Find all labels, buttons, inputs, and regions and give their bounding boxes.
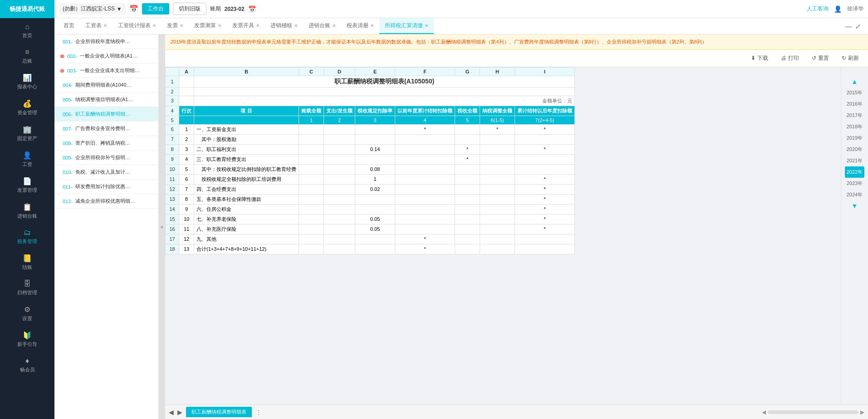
tab-invoice-calc-close[interactable]: ✕ [218,23,221,28]
r14-c5 [455,204,480,214]
sidebar-item-purchase-sale[interactable]: 📋 进销台账 [0,198,54,224]
tab-income-tax-close[interactable]: ✕ [425,23,428,28]
tab-salary-report-label: 工资统计报表 [118,22,151,29]
form-list-item-003[interactable]: ⊗ 003-一般企业业成本支出明细… [54,63,158,78]
support-link[interactable]: 人工客询 [807,5,829,13]
form-code-005: 005- [63,97,73,102]
form-list-item-012[interactable]: 012-减免企业所得税优惠明细… [54,194,158,209]
sidebar-label-member: 畅会员 [20,366,35,373]
form-list-item-002[interactable]: ⊗ 002-一般企业收入明细表(A1… [54,49,158,63]
tab-invoice-issue[interactable]: 发票开具 ✕ [227,18,265,34]
sidebar-item-report[interactable]: 📊 报表中心 [0,69,54,95]
tab-salary-report[interactable]: 工资统计报表 ✕ [113,18,162,34]
tab-income-tax[interactable]: 所得税汇算清缴 ✕ [379,18,434,34]
form-list-item-005[interactable]: 005-纳税调整项目明细表(A1… [54,93,158,107]
sidebar-item-invoice[interactable]: 📄 发票管理 [0,172,54,198]
form-list-item-010[interactable]: 010-免税、减计收入及加计… [54,165,158,180]
year-up-button[interactable]: ▲ [850,76,860,87]
download-button[interactable]: ⬇ 下载 [747,53,772,64]
r12-c3: 0.02 [355,184,395,194]
year-2022[interactable]: 2022年 [845,166,864,178]
r18-c7 [515,244,575,254]
sidebar-item-ledger[interactable]: ≡ 总账 [0,44,54,69]
sidebar-item-member[interactable]: ♦ 畅会员 [0,352,54,378]
calendar-icon[interactable]: 📅 [129,5,138,13]
r13-c3 [355,194,395,204]
window-minimize-icon[interactable]: — [845,23,852,30]
switch-version-button[interactable]: 切到旧版 [173,3,206,15]
company-selector[interactable]: (勿删）江西皖宝-LSS ▼ [59,3,126,15]
year-2021[interactable]: 2021年 [845,155,864,166]
scroll-right-icon[interactable]: ▶ [177,409,182,416]
form-list-item-001[interactable]: 001-企业所得税年度纳税申… [54,34,158,49]
sheet-container: A B C D E F G H I [165,67,868,405]
tab-purchase-ledger-close[interactable]: ✕ [332,23,336,28]
report-icon: 📊 [23,73,32,82]
horizontal-scrollbar[interactable] [768,410,858,414]
more-sheets-icon[interactable]: ⋮ [255,409,262,416]
tab-invoice-calc[interactable]: 发票测算 ✕ [189,18,227,34]
sidebar-item-home[interactable]: ⌂ 首页 [0,18,54,44]
sidebar-item-salary[interactable]: 👤 工资 [0,146,54,172]
year-2015[interactable]: 2015年 [845,87,864,98]
tab-purchase-ledger[interactable]: 进销台账 ✕ [303,18,341,34]
form-list-item-006[interactable]: 006-职工薪酬纳税调整明细… [54,107,158,122]
bottom-sheet-tab[interactable]: 职工薪酬纳税调整明细表 [186,407,252,417]
year-2023[interactable]: 2023年 [845,178,864,189]
refresh-button[interactable]: ↻ 刷新 [838,53,863,64]
tab-purchase-check-close[interactable]: ✕ [294,23,298,28]
tab-salary-report-close[interactable]: ✕ [152,23,156,28]
table-row: 10 5 其中：按税收规定比例扣除的职工教育经费 0.08 [166,164,575,174]
year-2019[interactable]: 2019年 [845,132,864,144]
sidebar-item-assets[interactable]: 🏢 固定资产 [0,121,54,146]
tab-invoice-issue-close[interactable]: ✕ [256,23,260,28]
year-2016[interactable]: 2016年 [845,98,864,110]
period-calendar-icon[interactable]: 📅 [248,5,256,13]
tab-tax-list[interactable]: 税表清册 ✕ [341,18,379,34]
tab-home[interactable]: 首页 [58,18,80,34]
workbench-button[interactable]: 工作台 [142,3,169,15]
window-maximize-icon[interactable]: ⤢ [855,23,861,30]
form-list-item-008[interactable]: 008-资产折旧、摊销及纳税… [54,136,158,151]
year-2018[interactable]: 2018年 [845,121,864,132]
r13-c4 [395,194,455,204]
topbar-right: 人工客询 👤 徐泽华 [807,5,863,13]
user-label: 徐泽华 [847,5,863,13]
sidebar-item-tax[interactable]: 🗂 税务管理 [0,224,54,249]
sidebar-label-ledger: 总账 [22,58,32,64]
form-code-008: 008- [63,141,73,146]
salary-icon: 👤 [23,151,32,160]
scroll-left-icon[interactable]: ◀ [169,409,174,416]
print-button[interactable]: 🖨 打印 [777,53,803,64]
scroll-bar-left[interactable]: ◀ [762,409,766,415]
form-list-item-009[interactable]: 009-企业所得税弥补亏损明… [54,151,158,165]
form-list-item-011[interactable]: 011-研发费用加计扣除优惠… [54,180,158,194]
sidebar-label-settings: 设置 [22,315,32,322]
scroll-bar-right[interactable]: ▶ [860,409,864,415]
sidebar-item-close[interactable]: 📒 结账 [0,249,54,275]
year-down-button[interactable]: ▼ [850,200,860,211]
tab-invoice[interactable]: 发票 ✕ [162,18,189,34]
sidebar-item-archive[interactable]: 🗄 归档管理 [0,275,54,301]
collapse-button[interactable]: « [159,34,165,419]
subheader-7: 7(2+4-5) [515,116,575,124]
tab-invoice-close[interactable]: ✕ [180,23,183,28]
reset-icon: ↺ [812,55,816,61]
r8-c2 [324,144,355,154]
year-2024[interactable]: 2024年 [845,189,864,200]
tab-salary-close[interactable]: ✕ [103,23,107,28]
right-panel: 2019年度涉及取以前年度结转数据的申报表单元格需要手工维护正确，才能保证本年以… [165,34,868,419]
reset-button[interactable]: ↺ 重置 [808,53,833,64]
sidebar-item-settings[interactable]: ⚙ 设置 [0,301,54,326]
sidebar-item-finance[interactable]: 💰 资金管理 [0,95,54,121]
tab-purchase-check[interactable]: 进销稽核 ✕ [265,18,303,34]
form-list-item-004[interactable]: 004-期间费用明细表(A1040… [54,78,158,93]
tab-tax-list-close[interactable]: ✕ [370,23,374,28]
sheet-wrapper[interactable]: A B C D E F G H I [165,67,841,405]
tab-salary[interactable]: 工资表 ✕ [80,18,113,34]
year-2017[interactable]: 2017年 [845,110,864,121]
sidebar-item-guide[interactable]: 🔰 新手引导 [0,326,54,352]
row-13-num: 13 [166,194,179,204]
form-list-item-007[interactable]: 007-广告费和业务宣传费明… [54,122,158,136]
year-2020[interactable]: 2020年 [845,144,864,155]
